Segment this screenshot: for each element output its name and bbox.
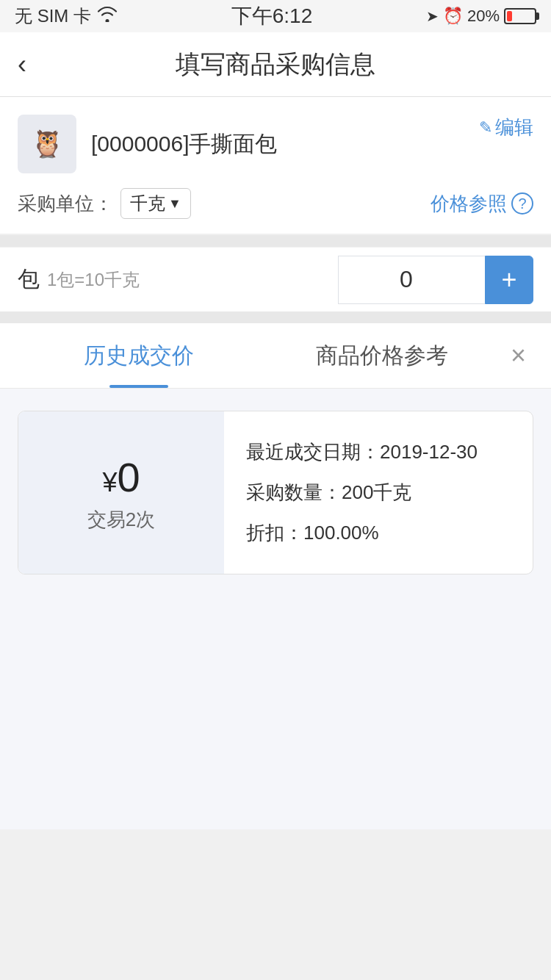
section-divider-2 <box>0 311 551 323</box>
carrier-label: 无 SIM 卡 <box>15 4 91 28</box>
plus-button[interactable]: + <box>485 256 533 304</box>
discount-row: 折扣：100.00% <box>246 519 511 547</box>
battery-percent: 20% <box>467 7 500 26</box>
unit-prefix: 采购单位： <box>18 191 113 217</box>
product-title: 手撕面包 <box>189 131 277 156</box>
tab-bar: 历史成交价 商品价格参考 × <box>0 323 551 389</box>
recent-date-value: 2019-12-30 <box>380 441 478 463</box>
price-reference-button[interactable]: 价格参照 ? <box>431 191 533 217</box>
tab-history-price[interactable]: 历史成交价 <box>18 323 260 388</box>
battery-icon <box>504 8 536 24</box>
price-card: ¥0 交易2次 最近成交日期：2019-12-30 采购数量：200千克 折扣：… <box>18 411 533 574</box>
page-title: 填写商品采购信息 <box>176 48 375 82</box>
status-right: ➤ ⏰ 20% <box>426 7 536 26</box>
edit-label: 编辑 <box>495 115 533 140</box>
quantity-section: 包 1包=10千克 + <box>0 247 551 311</box>
recent-date-row: 最近成交日期：2019-12-30 <box>246 438 511 466</box>
purchase-qty-label: 采购数量： <box>246 481 342 503</box>
purchase-qty-row: 采购数量：200千克 <box>246 478 511 507</box>
status-left: 无 SIM 卡 <box>15 4 118 28</box>
wifi-icon <box>97 6 118 26</box>
product-footer: 采购单位： 千克 ▼ 价格参照 ? <box>18 188 533 219</box>
edit-icon: ✎ <box>479 118 492 137</box>
tab-history-label: 历史成交价 <box>84 341 194 371</box>
currency-symbol: ¥ <box>102 467 117 497</box>
quantity-input-group: + <box>338 256 533 304</box>
price-amount: ¥0 <box>102 453 140 501</box>
quantity-input[interactable] <box>338 256 485 304</box>
alarm-icon: ⏰ <box>443 7 463 26</box>
tab-close-button[interactable]: × <box>503 340 533 371</box>
status-time: 下午6:12 <box>231 2 313 30</box>
help-icon: ? <box>511 192 533 215</box>
tab-product-label: 商品价格参考 <box>316 341 448 371</box>
bag-label: 包 <box>18 264 40 295</box>
unit-value: 千克 <box>130 192 165 215</box>
price-ref-label: 价格参照 <box>431 191 507 217</box>
content-area: ¥0 交易2次 最近成交日期：2019-12-30 采购数量：200千克 折扣：… <box>0 389 551 829</box>
trade-count: 交易2次 <box>87 507 155 533</box>
edit-button[interactable]: ✎ 编辑 <box>479 115 533 140</box>
product-id: [0000006] <box>91 131 189 156</box>
status-bar: 无 SIM 卡 下午6:12 ➤ ⏰ 20% <box>0 0 551 32</box>
price-value: 0 <box>117 454 140 500</box>
product-name: [0000006]手撕面包 <box>91 129 277 159</box>
unit-row: 采购单位： 千克 ▼ <box>18 188 191 219</box>
section-divider <box>0 235 551 247</box>
dropdown-icon: ▼ <box>168 196 181 212</box>
product-header: 🦉 [0000006]手撕面包 ✎ 编辑 <box>18 115 533 173</box>
product-logo-icon: 🦉 <box>31 129 64 159</box>
bag-sublabel: 1包=10千克 <box>47 268 140 292</box>
location-icon: ➤ <box>426 7 439 25</box>
back-button[interactable]: ‹ <box>18 49 26 80</box>
tab-active-indicator <box>109 385 168 388</box>
product-thumbnail: 🦉 <box>18 115 76 173</box>
quantity-label-group: 包 1包=10千克 <box>18 264 140 295</box>
discount-value: 100.00% <box>303 522 379 544</box>
recent-date-label: 最近成交日期： <box>246 441 380 463</box>
discount-label: 折扣： <box>246 522 303 544</box>
product-left: 🦉 [0000006]手撕面包 <box>18 115 277 173</box>
unit-select[interactable]: 千克 ▼ <box>120 188 191 219</box>
tab-product-price-ref[interactable]: 商品价格参考 <box>260 323 503 388</box>
purchase-qty-value: 200千克 <box>342 481 411 503</box>
product-card: 🦉 [0000006]手撕面包 ✎ 编辑 采购单位： 千克 ▼ 价格参照 ? <box>0 97 551 234</box>
price-right-panel: 最近成交日期：2019-12-30 采购数量：200千克 折扣：100.00% <box>224 411 533 574</box>
price-left-panel: ¥0 交易2次 <box>18 411 224 574</box>
nav-bar: ‹ 填写商品采购信息 <box>0 32 551 97</box>
